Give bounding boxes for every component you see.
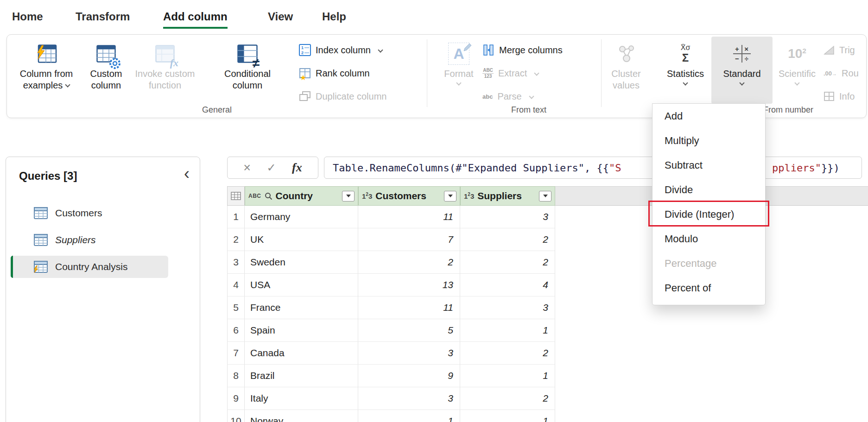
cell-suppliers[interactable]: 2 bbox=[460, 251, 555, 274]
filter-button[interactable] bbox=[444, 191, 456, 202]
row-number[interactable]: 8 bbox=[227, 365, 245, 387]
cell-suppliers[interactable]: 1 bbox=[460, 319, 555, 342]
cell-suppliers[interactable]: 1 bbox=[460, 410, 555, 422]
cell-country[interactable]: UK bbox=[245, 228, 358, 251]
cell-suppliers[interactable]: 2 bbox=[460, 387, 555, 410]
custom-column-label2: column bbox=[91, 80, 121, 90]
chevron-down-icon bbox=[534, 70, 539, 76]
cell-country[interactable]: Sweden bbox=[245, 251, 358, 274]
duplicate-column-button[interactable]: Duplicate column bbox=[299, 87, 386, 106]
rank-column-button[interactable]: ★ Rank column bbox=[299, 63, 370, 83]
menu-item-add[interactable]: Add bbox=[653, 104, 765, 128]
cell-customers[interactable]: 3 bbox=[358, 342, 460, 365]
collapse-pane-icon[interactable]: ‹ bbox=[184, 165, 190, 182]
row-number[interactable]: 10 bbox=[227, 410, 245, 422]
row-number[interactable]: 6 bbox=[227, 319, 245, 342]
tab-transform[interactable]: Transform bbox=[76, 10, 130, 23]
column-header-country[interactable]: ABC Country bbox=[245, 186, 358, 206]
row-number[interactable]: 2 bbox=[227, 228, 245, 251]
cell-suppliers[interactable]: 3 bbox=[460, 206, 555, 228]
formula-input[interactable]: Table.RenameColumns(#"Expanded Suppliers… bbox=[324, 157, 862, 179]
fx-table-icon: fx bbox=[155, 39, 175, 68]
filter-button[interactable] bbox=[342, 191, 355, 202]
tab-add-column[interactable]: Add column bbox=[163, 10, 228, 29]
column-header-customers[interactable]: 123 Customers bbox=[358, 186, 460, 206]
merge-columns-button[interactable]: Merge columns bbox=[482, 40, 563, 60]
menu-item-percentage[interactable]: Percentage bbox=[653, 251, 765, 276]
format-button[interactable]: A Format bbox=[438, 38, 480, 106]
menu-item-multiply[interactable]: Multiply bbox=[653, 128, 765, 153]
custom-column-button[interactable]: Custom column bbox=[83, 38, 129, 106]
cell-customers[interactable]: 7 bbox=[358, 228, 460, 251]
parse-button[interactable]: abc Parse bbox=[482, 87, 533, 106]
invoke-custom-function-button[interactable]: fx Invoke custom function bbox=[130, 38, 200, 106]
queries-pane: Queries [3] ‹ Customers bbox=[6, 157, 200, 422]
row-number[interactable]: 7 bbox=[227, 342, 245, 365]
menu-item-percent-of[interactable]: Percent of bbox=[653, 276, 765, 300]
cell-suppliers[interactable]: 4 bbox=[460, 274, 555, 296]
chevron-down-icon bbox=[529, 94, 534, 99]
cell-customers[interactable]: 1 bbox=[358, 410, 460, 422]
rounding-icon: .00→ bbox=[824, 70, 837, 77]
row-number[interactable]: 5 bbox=[227, 296, 245, 319]
format-a-pencil-icon: A bbox=[448, 39, 469, 68]
cell-customers[interactable]: 11 bbox=[358, 296, 460, 319]
statistics-button[interactable]: X̄σ Σ Statistics bbox=[661, 38, 710, 106]
menu-item-modulo[interactable]: Modulo bbox=[653, 227, 765, 251]
standard-button[interactable]: + × − ÷ Standard bbox=[713, 38, 771, 106]
tab-home[interactable]: Home bbox=[12, 10, 43, 23]
extract-button[interactable]: ABC 123 Extract bbox=[482, 63, 539, 83]
row-number[interactable]: 9 bbox=[227, 387, 245, 410]
row-number[interactable]: 1 bbox=[227, 206, 245, 228]
select-all-button[interactable] bbox=[227, 186, 245, 206]
cell-suppliers[interactable]: 2 bbox=[460, 342, 555, 365]
cell-customers[interactable]: 9 bbox=[358, 365, 460, 387]
column-from-examples-button[interactable]: Column from examples bbox=[11, 38, 82, 106]
cell-country[interactable]: Canada bbox=[245, 342, 358, 365]
query-item-suppliers[interactable]: Suppliers bbox=[11, 229, 168, 251]
row-number[interactable]: 4 bbox=[227, 274, 245, 296]
information-button[interactable]: Info bbox=[824, 87, 855, 106]
cell-customers[interactable]: 11 bbox=[358, 206, 460, 228]
lightning-icon bbox=[33, 265, 39, 275]
cell-country[interactable]: Spain bbox=[245, 319, 358, 342]
column-header-suppliers[interactable]: 123 Suppliers bbox=[460, 186, 555, 206]
row-number[interactable]: 3 bbox=[227, 251, 245, 274]
cell-customers[interactable]: 2 bbox=[358, 251, 460, 274]
tab-view[interactable]: View bbox=[268, 10, 293, 23]
cell-customers[interactable]: 5 bbox=[358, 319, 460, 342]
chevron-down-icon bbox=[378, 47, 383, 52]
cell-country[interactable]: France bbox=[245, 296, 358, 319]
commit-formula-icon[interactable]: ✓ bbox=[267, 162, 276, 173]
menu-item-divide[interactable]: Divide bbox=[653, 177, 765, 202]
cluster-values-button[interactable]: Cluster values bbox=[605, 38, 647, 106]
query-item-customers[interactable]: Customers bbox=[11, 202, 168, 224]
chevron-down-icon bbox=[794, 80, 799, 85]
trigonometry-button[interactable]: Trig bbox=[824, 40, 855, 60]
parse-icon: abc bbox=[482, 93, 493, 100]
cell-customers[interactable]: 3 bbox=[358, 387, 460, 410]
scientific-button[interactable]: 102 Scientific bbox=[775, 38, 819, 106]
cell-country[interactable]: Brazil bbox=[245, 365, 358, 387]
cell-suppliers[interactable]: 2 bbox=[460, 228, 555, 251]
conditional-column-button[interactable]: ≠ Conditional column bbox=[216, 38, 279, 106]
cell-country[interactable]: Italy bbox=[245, 387, 358, 410]
index-column-button[interactable]: 1 2 Index column bbox=[299, 40, 382, 60]
cell-suppliers[interactable]: 3 bbox=[460, 296, 555, 319]
cell-customers[interactable]: 13 bbox=[358, 274, 460, 296]
group-divider bbox=[601, 39, 602, 107]
cancel-formula-icon[interactable]: × bbox=[243, 162, 251, 174]
rounding-button[interactable]: .00→ Rou bbox=[824, 63, 859, 83]
cell-suppliers[interactable]: 1 bbox=[460, 365, 555, 387]
query-item-country-analysis[interactable]: Country Analysis bbox=[11, 256, 168, 278]
tab-help[interactable]: Help bbox=[322, 10, 346, 23]
invoke-custom-function-label1: Invoke custom bbox=[135, 69, 195, 79]
cell-country[interactable]: Germany bbox=[245, 206, 358, 228]
cell-country[interactable]: USA bbox=[245, 274, 358, 296]
table-grid-icon bbox=[231, 192, 241, 200]
filter-button[interactable] bbox=[539, 191, 551, 202]
information-label: Info bbox=[839, 91, 855, 102]
fx-icon[interactable]: fx bbox=[292, 162, 302, 174]
menu-item-subtract[interactable]: Subtract bbox=[653, 153, 765, 177]
cell-country[interactable]: Norway bbox=[245, 410, 358, 422]
